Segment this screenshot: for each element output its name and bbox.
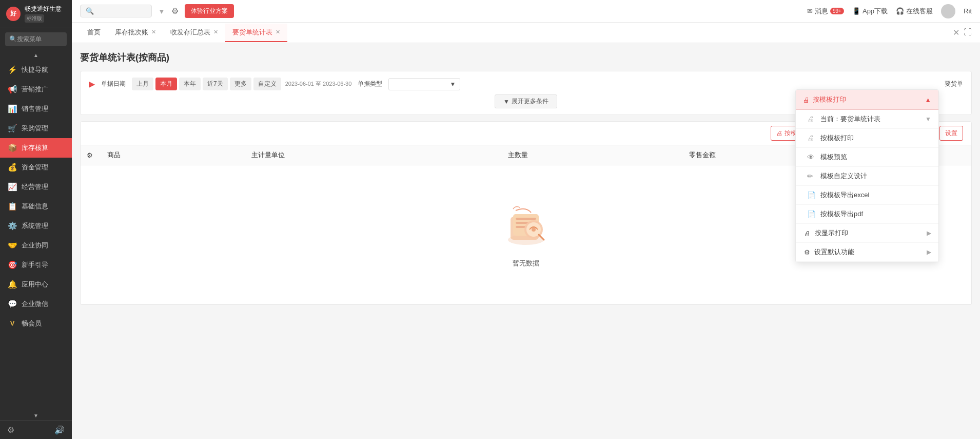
dropdown-icon[interactable]: ▼ xyxy=(158,7,165,15)
search-icon: 🔍 xyxy=(9,35,17,43)
topbar-search-box[interactable]: 🔍 xyxy=(80,5,152,17)
basic-icon: 📋 xyxy=(7,202,17,211)
sales-icon: 📊 xyxy=(7,104,17,113)
dropdown-item-template-print[interactable]: 🖨 按模板打印 xyxy=(796,129,938,148)
app-name: 畅捷通好生意 xyxy=(25,5,62,13)
dropdown-item-template-preview[interactable]: 👁 模板预览 xyxy=(796,148,938,167)
sidebar-item-collab[interactable]: 🤝 企业协同 xyxy=(0,236,72,255)
dropdown-item-export-excel[interactable]: 📄 按模板导出excel xyxy=(796,186,938,205)
sidebar-item-wechat[interactable]: 💬 企业微信 xyxy=(0,294,72,314)
dropdown-item-current[interactable]: 🖨 当前：要货单统计表 ▼ xyxy=(796,110,938,129)
date-btn-last7[interactable]: 近7天 xyxy=(203,78,228,90)
date-btn-this-year[interactable]: 本年 xyxy=(179,78,201,90)
window-close-icon[interactable]: ✕ xyxy=(953,28,959,37)
sidebar: 好 畅捷通好生意 标准版 🔍 搜索菜单 ▲ ⚡ 快捷导航 📢 营销推广 📊 销售… xyxy=(0,0,72,439)
settings-button[interactable]: 设置 xyxy=(939,126,963,141)
type-select[interactable]: ▼ xyxy=(388,78,460,90)
system-icon: ⚙️ xyxy=(7,221,17,231)
topbar-search-input[interactable] xyxy=(97,8,138,15)
scroll-up[interactable]: ▲ xyxy=(0,50,72,60)
topbar-search-icon: 🔍 xyxy=(86,7,94,15)
expand-more-button[interactable]: ▼ 展开更多条件 xyxy=(495,94,557,108)
date-btn-more[interactable]: 更多 xyxy=(230,78,251,90)
app-download-item[interactable]: 📱 App下载 xyxy=(852,7,888,16)
date-range-display: 2023-06-01 至 2023-06-30 xyxy=(285,80,352,88)
window-expand-icon[interactable]: ⛶ xyxy=(964,28,972,37)
tab-order-close[interactable]: ✕ xyxy=(276,29,280,35)
type-filter-label: 单据类型 xyxy=(358,80,382,88)
settings-bottom-icon[interactable]: ⚙ xyxy=(7,425,14,435)
tab-payment-close[interactable]: ✕ xyxy=(213,29,218,35)
sidebar-item-member[interactable]: V 畅会员 xyxy=(0,314,72,333)
sidebar-item-purchase[interactable]: 🛒 采购管理 xyxy=(0,119,72,138)
template-preview-label: 模板预览 xyxy=(820,152,847,162)
order-type-label: 要货单 xyxy=(945,80,963,88)
sidebar-logo: 好 畅捷通好生意 标准版 xyxy=(0,0,72,28)
template-print-icon: 🖨 xyxy=(807,134,816,142)
topbar-settings-icon[interactable]: ⚙ xyxy=(171,6,179,16)
member-icon: V xyxy=(7,319,17,327)
sound-icon[interactable]: 🔊 xyxy=(54,425,65,435)
sidebar-item-sales[interactable]: 📊 销售管理 xyxy=(0,99,72,119)
online-service-item[interactable]: 🎧 在线客服 xyxy=(896,7,933,16)
type-select-arrow: ▼ xyxy=(449,81,456,88)
sidebar-item-guide[interactable]: 🎯 新手引导 xyxy=(0,255,72,275)
tab-order-stats[interactable]: 要货单统计表 ✕ xyxy=(225,24,287,42)
topbar: 🔍 ▼ ⚙ 体验行业方案 ✉ 消息 99+ 📱 App下载 🎧 在线客服 Rit xyxy=(72,0,980,23)
app-tag: 标准版 xyxy=(25,14,44,23)
print-dropdown: 🖨 按模板打印 ▲ 🖨 当前：要货单统计表 ▼ 🖨 按模板打印 👁 模板预览 xyxy=(795,89,939,262)
message-icon: ✉ xyxy=(807,7,813,15)
sidebar-item-system[interactable]: ⚙️ 系统管理 xyxy=(0,216,72,236)
operation-icon: 📈 xyxy=(7,182,17,192)
col-settings[interactable]: ⚙ xyxy=(81,145,101,165)
tab-payment-summary[interactable]: 收发存汇总表 ✕ xyxy=(163,24,225,42)
date-filter-label: 单据日期 xyxy=(101,80,126,88)
sidebar-label-purchase: 采购管理 xyxy=(22,124,48,133)
trial-industry-button[interactable]: 体验行业方案 xyxy=(185,4,234,18)
template-design-icon: ✏ xyxy=(807,172,816,180)
tab-home[interactable]: 首页 xyxy=(80,24,108,42)
sidebar-label-wechat: 企业微信 xyxy=(22,299,48,309)
dropdown-item-export-pdf[interactable]: 📄 按模板导出pdf xyxy=(796,205,938,224)
service-label: 在线客服 xyxy=(906,7,933,16)
dropdown-item-template-design[interactable]: ✏ 模板自定义设计 xyxy=(796,167,938,186)
message-badge: 99+ xyxy=(830,8,844,14)
sidebar-item-inventory[interactable]: 📦 库存核算 xyxy=(0,138,72,158)
sidebar-item-marketing[interactable]: 📢 营销推广 xyxy=(0,80,72,99)
tab-batch-account[interactable]: 库存批次账 ✕ xyxy=(108,24,163,42)
tab-home-label: 首页 xyxy=(87,28,101,37)
date-btn-custom[interactable]: 自定义 xyxy=(253,78,281,90)
svg-rect-3 xyxy=(516,218,536,220)
sidebar-item-finance[interactable]: 💰 资金管理 xyxy=(0,158,72,177)
export-pdf-icon: 📄 xyxy=(807,210,816,218)
svg-point-8 xyxy=(532,227,536,232)
expand-more-label: 展开更多条件 xyxy=(512,97,548,106)
scroll-down[interactable]: ▼ xyxy=(0,411,72,421)
sidebar-search[interactable]: 🔍 搜索菜单 xyxy=(5,32,67,46)
dropdown-item-display-print[interactable]: 🖨 按显示打印 ▶ xyxy=(796,224,938,243)
sidebar-item-quick-nav[interactable]: ⚡ 快捷导航 xyxy=(0,60,72,80)
page-content: 要货单统计表(按商品) ▶ 单据日期 上月 本月 本年 近7天 更多 自定义 2… xyxy=(72,43,980,439)
dropdown-item-set-default[interactable]: ⚙ 设置默认功能 ▶ xyxy=(796,243,938,262)
sidebar-item-appstore[interactable]: 🔔 应用中心 xyxy=(0,275,72,294)
date-btn-this-month[interactable]: 本月 xyxy=(155,78,177,90)
dropdown-up-arrow[interactable]: ▲ xyxy=(925,96,931,104)
filter-right: 要货单 xyxy=(945,80,963,88)
filter-toggle-arrow[interactable]: ▶ xyxy=(89,79,95,89)
avatar xyxy=(941,4,955,18)
export-excel-icon: 📄 xyxy=(807,191,816,199)
date-btn-last-month[interactable]: 上月 xyxy=(132,78,153,90)
message-item[interactable]: ✉ 消息 99+ xyxy=(807,7,844,16)
empty-icon xyxy=(500,201,552,253)
collab-icon: 🤝 xyxy=(7,241,17,250)
sidebar-item-basic[interactable]: 📋 基础信息 xyxy=(0,197,72,216)
current-icon: 🖨 xyxy=(807,115,816,123)
sidebar-item-operation[interactable]: 📈 经营管理 xyxy=(0,177,72,197)
tab-batch-close[interactable]: ✕ xyxy=(151,29,156,35)
inventory-icon: 📦 xyxy=(7,143,17,152)
expand-more-icon: ▼ xyxy=(503,98,509,105)
app-download-icon: 📱 xyxy=(852,7,860,15)
date-filter-group: 上月 本月 本年 近7天 更多 自定义 2023-06-01 至 2023-06… xyxy=(132,78,351,90)
page-title: 要货单统计表(按商品) xyxy=(80,51,972,64)
col-quantity: 主数量 xyxy=(502,145,683,165)
